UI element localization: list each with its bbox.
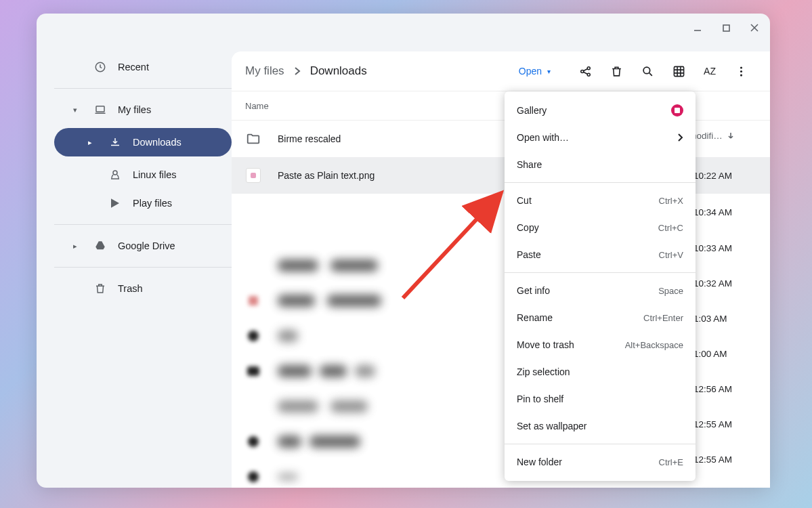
svg-rect-5 <box>96 106 104 112</box>
breadcrumb-current: Downloads <box>310 64 367 78</box>
open-button[interactable]: Open ▾ <box>519 66 551 77</box>
breadcrumb-parent[interactable]: My files <box>245 64 284 78</box>
search-button[interactable] <box>632 65 663 78</box>
menu-item-newfolder[interactable]: New folder Ctrl+E <box>505 448 696 475</box>
svg-point-14 <box>740 74 742 76</box>
menu-item-zip[interactable]: Zip selection <box>505 358 696 385</box>
menu-item-getinfo[interactable]: Get info Space <box>505 277 696 304</box>
menu-item-share[interactable]: Share <box>505 151 696 178</box>
sort-button[interactable]: AZ <box>694 66 725 77</box>
image-thumb-icon <box>245 167 261 184</box>
maximize-button[interactable] <box>720 22 732 34</box>
delete-button[interactable] <box>601 65 632 78</box>
context-menu: Gallery Open with… Share Cut Ctrl+X Copy… <box>505 91 696 481</box>
sidebar-item-myfiles[interactable]: ▾ My files <box>54 96 232 124</box>
svg-point-10 <box>643 67 650 74</box>
share-button[interactable] <box>570 65 601 78</box>
sidebar-item-downloads[interactable]: ▸ Downloads <box>54 128 232 156</box>
play-icon <box>108 196 122 210</box>
menu-item-pin[interactable]: Pin to shelf <box>505 385 696 412</box>
menu-item-gallery[interactable]: Gallery <box>505 97 696 124</box>
sidebar-item-play[interactable]: Play files <box>54 189 232 217</box>
close-button[interactable] <box>748 22 761 34</box>
sidebar-label-trash: Trash <box>118 283 143 294</box>
svg-point-13 <box>740 70 742 72</box>
chevron-right-icon <box>678 133 683 142</box>
sidebar-item-trash[interactable]: Trash <box>54 274 232 303</box>
svg-rect-11 <box>674 66 683 76</box>
sidebar-label-gdrive: Google Drive <box>118 240 175 251</box>
view-grid-button[interactable] <box>663 65 694 78</box>
chevron-right-icon: ▸ <box>73 242 80 251</box>
sidebar-label-downloads: Downloads <box>133 137 181 148</box>
menu-item-trash[interactable]: Move to trash Alt+Backspace <box>505 331 696 358</box>
clock-icon <box>93 60 107 74</box>
sidebar-item-gdrive[interactable]: ▸ Google Drive <box>54 232 232 260</box>
gallery-icon <box>671 104 683 117</box>
linux-icon <box>108 168 122 182</box>
chevron-down-icon: ▾ <box>73 106 80 114</box>
svg-point-12 <box>740 66 742 68</box>
content-header: My files Downloads Open ▾ <box>232 51 770 91</box>
download-icon <box>108 135 122 149</box>
menu-item-cut[interactable]: Cut Ctrl+X <box>505 187 696 214</box>
menu-item-copy[interactable]: Copy Ctrl+C <box>505 214 696 241</box>
sidebar-label-linux: Linux files <box>133 169 176 180</box>
sidebar-item-recent[interactable]: Recent <box>54 53 232 81</box>
menu-item-wallpaper[interactable]: Set as wallpaper <box>505 412 696 440</box>
menu-item-paste[interactable]: Paste Ctrl+V <box>505 241 696 268</box>
menu-item-openwith[interactable]: Open with… <box>505 124 696 151</box>
svg-rect-1 <box>723 25 729 31</box>
sidebar-item-linux[interactable]: Linux files <box>54 161 232 189</box>
more-button[interactable] <box>725 65 756 78</box>
sidebar-label-play: Play files <box>133 198 172 209</box>
sidebar-label-myfiles: My files <box>118 104 151 115</box>
chevron-right-icon: ▸ <box>88 138 95 147</box>
menu-item-rename[interactable]: Rename Ctrl+Enter <box>505 304 696 331</box>
svg-point-6 <box>113 171 117 175</box>
caret-down-icon: ▾ <box>547 68 551 75</box>
svg-rect-15 <box>675 108 680 113</box>
chevron-right-icon <box>294 66 301 76</box>
sidebar-label-recent: Recent <box>118 62 149 72</box>
sidebar: Recent ▾ My files ▸ Downloads <box>54 42 232 488</box>
trash-icon <box>93 282 107 295</box>
drive-icon <box>93 239 107 253</box>
laptop-icon <box>93 103 107 117</box>
minimize-button[interactable] <box>691 22 704 34</box>
titlebar <box>37 14 770 42</box>
folder-icon <box>245 131 261 147</box>
